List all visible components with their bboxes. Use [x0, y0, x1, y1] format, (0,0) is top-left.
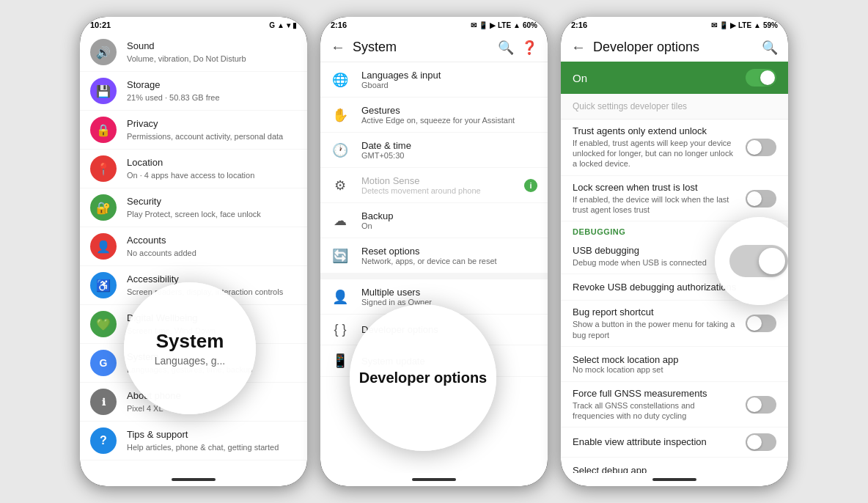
gnss-toggle-thumb	[747, 397, 762, 412]
time-3: 2:16	[571, 21, 587, 29]
location-text: Location On · 4 apps have access to loca…	[127, 157, 297, 180]
motion-icon: ⚙	[331, 177, 350, 194]
privacy-icon: 🔒	[90, 117, 117, 143]
back-arrow-3[interactable]: ←	[571, 39, 586, 56]
home-bar-1	[80, 473, 307, 486]
youtube-icon: ▶	[490, 21, 496, 29]
backup-text: Backup On	[361, 210, 393, 230]
sound-title: Sound	[127, 40, 297, 53]
security-subtitle: Play Protect, screen lock, face unlock	[127, 209, 297, 219]
settings-item-security[interactable]: 🔐 Security Play Protect, screen lock, fa…	[80, 188, 307, 227]
dev-item-bug-report[interactable]: Bug report shortcut Show a button in the…	[561, 301, 788, 346]
home-bar-line-1	[172, 478, 216, 481]
system-zoom-overlay: System Languages, g...	[124, 282, 256, 414]
view-attr-toggle-thumb	[747, 435, 762, 449]
system-page-title: System	[353, 40, 490, 55]
signal-icon-2: ▲	[513, 21, 521, 29]
backup-icon: ☁	[331, 213, 350, 229]
phone-3: 2:16 ✉ 📱 ▶ LTE ▲ 59% ← Developer options…	[561, 17, 788, 486]
lte-icon: LTE	[498, 21, 511, 29]
settings-item-privacy[interactable]: 🔒 Privacy Permissions, account activity,…	[80, 111, 307, 150]
developer-zoom-overlay: Developer options	[350, 304, 496, 451]
trust-agents-toggle[interactable]	[746, 139, 776, 156]
storage-icon: 💾	[90, 78, 117, 104]
reset-icon: 🔄	[331, 248, 350, 264]
sys-item-backup[interactable]: ☁ Backup On	[320, 203, 548, 238]
phone-1: 10:21 G ▲ ▾ ▮ 🔊 Sound Volume, vibration,…	[80, 17, 307, 486]
wifi-icon: ▾	[287, 21, 290, 29]
gestures-text: Gestures Active Edge on, squeeze for you…	[361, 105, 515, 125]
bug-report-toggle-thumb	[747, 316, 762, 331]
section-divider-2	[320, 273, 548, 279]
tips-text: Tips & support Help articles, phone & ch…	[127, 429, 297, 452]
sys-item-motion[interactable]: ⚙ Motion Sense Detects movement around p…	[320, 168, 548, 203]
trust-agents-text: Trust agents only extend unlock If enabl…	[573, 125, 738, 169]
dev-item-view-attr[interactable]: Enable view attribute inspection	[561, 427, 788, 458]
lock-screen-toggle[interactable]	[746, 190, 776, 208]
status-icons-1: G ▲ ▾ ▮	[269, 21, 297, 29]
back-arrow-2[interactable]: ←	[331, 39, 345, 56]
sound-text: Sound Volume, vibration, Do Not Disturb	[127, 40, 297, 64]
home-bar-2	[320, 473, 548, 486]
location-icon: 📍	[90, 155, 117, 182]
dev-item-trust-agents[interactable]: Trust agents only extend unlock If enabl…	[561, 120, 788, 176]
search-icon-2[interactable]: 🔍	[498, 40, 514, 56]
settings-item-location[interactable]: 📍 Location On · 4 apps have access to lo…	[80, 150, 307, 188]
dev-item-lock-screen[interactable]: Lock screen when trust is lost If enable…	[561, 176, 788, 221]
search-icon-3[interactable]: 🔍	[762, 40, 778, 56]
developer-mode-toggle[interactable]	[746, 69, 776, 87]
gnss-toggle[interactable]	[746, 396, 776, 414]
messages-icon: ✉	[471, 21, 477, 29]
dev-item-usb-debug[interactable]: USB debugging Debug mode when USB is con…	[561, 239, 788, 274]
security-text: Security Play Protect, screen lock, face…	[127, 196, 297, 219]
lock-screen-toggle-thumb	[747, 191, 762, 206]
view-attr-toggle[interactable]	[746, 433, 776, 451]
security-icon: 🔐	[90, 194, 117, 221]
sys-item-languages[interactable]: 🌐 Languages & input Gboard	[320, 62, 548, 98]
settings-item-accounts[interactable]: 👤 Accounts No accounts added	[80, 227, 307, 266]
phone-2: 2:16 ✉ 📱 ▶ LTE ▲ 60% ← System 🔍 ❓ 🌐 Lang…	[320, 17, 548, 486]
bug-report-text: Bug report shortcut Show a button in the…	[573, 306, 738, 339]
developer-icon: { }	[331, 322, 350, 337]
sys-item-reset[interactable]: 🔄 Reset options Network, apps, or device…	[320, 238, 548, 273]
status-bar-3: 2:16 ✉ 📱 ▶ LTE ▲ 59%	[561, 17, 788, 33]
sys-item-gestures[interactable]: ✋ Gestures Active Edge on, squeeze for y…	[320, 98, 548, 133]
storage-text: Storage 21% used · 50.83 GB free	[127, 79, 297, 103]
lte-icon-3: LTE	[738, 21, 751, 29]
google-g-icon: G	[269, 21, 275, 29]
view-attr-text: Enable view attribute inspection	[573, 436, 738, 449]
system-top-bar: ← System 🔍 ❓	[320, 33, 548, 62]
usb-debug-big-toggle[interactable]	[729, 245, 788, 277]
location-subtitle: On · 4 apps have access to location	[127, 170, 297, 180]
status-bar-2: 2:16 ✉ 📱 ▶ LTE ▲ 60%	[320, 17, 548, 33]
zoom-system-title: System	[156, 330, 224, 353]
privacy-text: Privacy Permissions, account activity, p…	[127, 118, 297, 142]
sys-item-datetime[interactable]: 🕐 Date & time GMT+05:30	[320, 133, 548, 168]
languages-text: Languages & input Gboard	[361, 70, 441, 89]
settings-item-sound[interactable]: 🔊 Sound Volume, vibration, Do Not Distur…	[80, 33, 307, 72]
status-icons-2: ✉ 📱 ▶ LTE ▲ 60%	[471, 21, 537, 29]
settings-item-storage[interactable]: 💾 Storage 21% used · 50.83 GB free	[80, 72, 307, 111]
battery-icon: ▮	[293, 21, 297, 29]
screen-1: 🔊 Sound Volume, vibration, Do Not Distur…	[80, 33, 307, 473]
location-title: Location	[127, 157, 297, 169]
settings-item-tips[interactable]: ? Tips & support Help articles, phone & …	[80, 422, 307, 460]
datetime-text: Date & time GMT+05:30	[361, 140, 411, 160]
help-icon-2[interactable]: ❓	[521, 40, 537, 56]
dev-item-gnss[interactable]: Force full GNSS measurements Track all G…	[561, 382, 788, 427]
whatsapp-icon: 📱	[479, 21, 488, 29]
signal-icon: ▲	[277, 21, 284, 29]
gestures-icon: ✋	[331, 107, 350, 123]
about-icon: ℹ	[90, 389, 117, 415]
bug-report-toggle[interactable]	[746, 315, 776, 332]
dev-item-debug-app[interactable]: Select debug app	[561, 458, 788, 473]
dev-on-bar: On	[561, 62, 788, 94]
usb-debug-text: USB debugging Debug mode when USB is con…	[573, 245, 738, 268]
privacy-subtitle: Permissions, account activity, personal …	[127, 131, 297, 142]
dev-item-mock-location[interactable]: Select mock location app No mock locatio…	[561, 347, 788, 382]
time-2: 2:16	[331, 21, 347, 29]
quick-settings-item[interactable]: Quick settings developer tiles	[561, 94, 788, 120]
storage-subtitle: 21% used · 50.83 GB free	[127, 92, 297, 103]
update-icon: 📱	[331, 353, 350, 369]
zoom-developer-title: Developer options	[352, 369, 494, 386]
